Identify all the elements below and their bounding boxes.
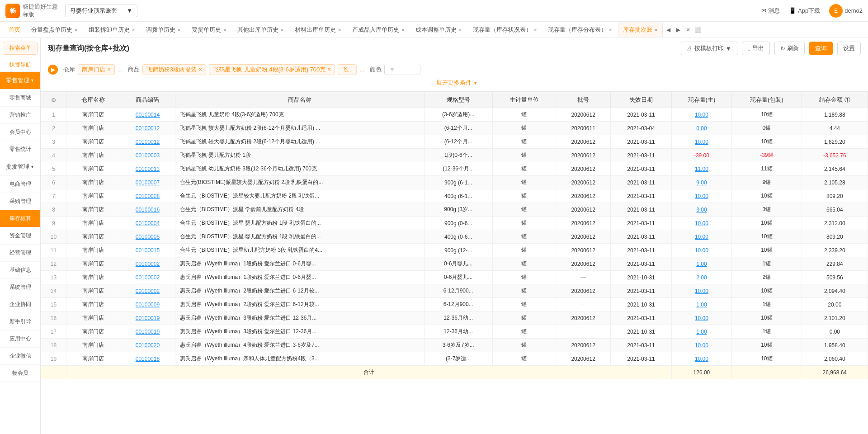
sidebar-item-guide[interactable]: 新手引导 bbox=[0, 313, 40, 330]
tab-close-all[interactable]: ✕ bbox=[684, 25, 693, 34]
goods-more[interactable]: ... bbox=[359, 66, 364, 73]
row-qty[interactable]: 9.00 bbox=[671, 176, 731, 189]
tab-xiancunliang-fenbiao[interactable]: 现存量（库存分布表） ✕ bbox=[543, 23, 617, 37]
tab-close-2[interactable]: ✕ bbox=[132, 28, 135, 33]
tab-close-6[interactable]: ✕ bbox=[338, 28, 341, 33]
goods-tag-2-close[interactable]: ✕ bbox=[327, 67, 331, 72]
row-code[interactable]: 00100002 bbox=[120, 257, 175, 271]
row-qty[interactable]: 10.00 bbox=[671, 352, 731, 366]
row-code[interactable]: 00100016 bbox=[120, 203, 175, 217]
sidebar-item-enterprise[interactable]: 企业协同 bbox=[0, 296, 40, 313]
row-qty[interactable]: 10.00 bbox=[671, 135, 731, 149]
print-button[interactable]: 🖨 按模板打印 ▼ bbox=[681, 42, 737, 55]
quick-nav-button[interactable]: 快捷导航 bbox=[0, 58, 40, 72]
tab-close-4[interactable]: ✕ bbox=[223, 28, 226, 33]
row-qty[interactable]: 1.00 bbox=[671, 325, 731, 339]
tab-qitachuku[interactable]: 其他出库单历史 ✕ bbox=[232, 23, 289, 37]
message-button[interactable]: ✉ 消息 bbox=[761, 7, 780, 15]
row-qty[interactable]: 10.00 bbox=[671, 311, 731, 325]
row-qty[interactable]: 10.00 bbox=[671, 230, 731, 244]
sidebar-item-inventory[interactable]: 库存核算 bbox=[0, 210, 40, 227]
tab-xiancunliang-kucun[interactable]: 现存量（库存状况表） ✕ bbox=[468, 23, 542, 37]
row-qty[interactable]: 2.00 bbox=[671, 271, 731, 284]
color-dropdown[interactable]: ▼ bbox=[384, 64, 420, 75]
tab-close-10[interactable]: ✕ bbox=[609, 28, 612, 33]
app-download-button[interactable]: 📱 App下载 bbox=[789, 7, 820, 15]
tab-pici-active[interactable]: 库存批次账 ✕ bbox=[618, 23, 663, 37]
tab-chengbentiaozhengli[interactable]: 成本调整单历史 ✕ bbox=[410, 23, 467, 37]
tab-cailiaochuku[interactable]: 材料出库单历史 ✕ bbox=[290, 23, 346, 37]
goods-tag-more[interactable]: 飞... bbox=[338, 64, 357, 75]
tab-close-8[interactable]: ✕ bbox=[458, 28, 462, 33]
filter-collapse-arrow[interactable]: ▶ bbox=[48, 65, 58, 75]
sidebar-item-retail-stats[interactable]: 零售统计 bbox=[0, 141, 40, 158]
tab-home[interactable]: 首页 bbox=[4, 23, 25, 37]
tab-fenliangpandian[interactable]: 分量盘点单历史 ✕ bbox=[26, 23, 83, 37]
tab-maximize[interactable]: ⬜ bbox=[693, 25, 703, 34]
row-code[interactable]: 00100018 bbox=[120, 352, 175, 366]
row-code[interactable]: 00100008 bbox=[120, 189, 175, 203]
row-qty[interactable]: -39.00 bbox=[671, 149, 731, 162]
row-qty[interactable]: 3.00 bbox=[671, 203, 731, 217]
tab-zuzhangchaijian[interactable]: 组装拆卸单历史 ✕ bbox=[84, 23, 140, 37]
row-qty[interactable]: 11.00 bbox=[671, 162, 731, 176]
row-code[interactable]: 00100014 bbox=[120, 108, 175, 122]
expand-more-conditions[interactable]: ≡ 展开更多条件 ▼ bbox=[431, 79, 478, 87]
row-code[interactable]: 00100019 bbox=[120, 325, 175, 339]
row-code[interactable]: 00100020 bbox=[120, 339, 175, 352]
sidebar-item-member-center[interactable]: 会员中心 bbox=[0, 124, 40, 141]
row-qty[interactable]: 10.00 bbox=[671, 339, 731, 352]
search-menu-button[interactable]: 搜索菜单 bbox=[3, 42, 38, 55]
sidebar-item-retail-management[interactable]: 零售管理 ▼ bbox=[0, 72, 40, 90]
tab-yaohuo[interactable]: 要货单历史 ✕ bbox=[187, 23, 231, 37]
row-qty[interactable]: 1.00 bbox=[671, 298, 731, 311]
user-profile[interactable]: E demo2 bbox=[829, 4, 863, 18]
row-qty[interactable]: 10.00 bbox=[671, 189, 731, 203]
row-code[interactable]: 00100004 bbox=[120, 217, 175, 230]
refresh-button[interactable]: ↻ 刷新 bbox=[774, 42, 805, 55]
sidebar-item-basic-info[interactable]: 基础信息 bbox=[0, 262, 40, 279]
warehouse-tag-nananyuan[interactable]: 南岸门店 ✕ bbox=[78, 64, 115, 75]
tab-close-1[interactable]: ✕ bbox=[74, 28, 78, 33]
sidebar-item-operations[interactable]: 经营管理 bbox=[0, 245, 40, 262]
row-code[interactable]: 00100009 bbox=[120, 298, 175, 311]
export-button[interactable]: ↓ 导出 bbox=[742, 42, 770, 55]
industry-selector[interactable]: 母婴行业演示账套 ▼ bbox=[65, 5, 137, 17]
row-qty[interactable]: 1.00 bbox=[671, 257, 731, 271]
goods-tag-1[interactable]: 飞鹤奶粉3段两提装 ✕ bbox=[142, 64, 206, 75]
row-qty[interactable]: 10.00 bbox=[671, 244, 731, 257]
row-qty[interactable]: 0.00 bbox=[671, 122, 731, 135]
sidebar-item-wechat[interactable]: 企业微信 bbox=[0, 348, 40, 365]
tab-close-3[interactable]: ✕ bbox=[177, 28, 181, 33]
row-qty[interactable]: 10.00 bbox=[671, 217, 731, 230]
row-qty[interactable]: 10.00 bbox=[671, 108, 731, 122]
tab-scroll-left[interactable]: ◀ bbox=[664, 25, 673, 34]
col-settings[interactable]: ⚙ bbox=[41, 92, 66, 108]
query-button[interactable]: 查询 bbox=[809, 42, 833, 55]
goods-tag-1-close[interactable]: ✕ bbox=[198, 67, 202, 72]
row-code[interactable]: 00100007 bbox=[120, 176, 175, 189]
row-code[interactable]: 00100012 bbox=[120, 122, 175, 135]
row-code[interactable]: 00100002 bbox=[120, 271, 175, 284]
sidebar-item-wholesale[interactable]: 批发管理 ▼ bbox=[0, 158, 40, 176]
goods-tag-2[interactable]: 飞鹤星飞帆 儿童奶粉 4段(3-6岁适用) 700克 ✕ bbox=[209, 64, 335, 75]
sidebar-item-system[interactable]: 系统管理 bbox=[0, 279, 40, 296]
settings-button[interactable]: 设置 bbox=[837, 42, 861, 55]
tab-close-11[interactable]: ✕ bbox=[654, 28, 658, 33]
sidebar-item-purchase[interactable]: 采购管理 bbox=[0, 193, 40, 210]
tab-chanchengpinruku[interactable]: 产成品入库单历史 ✕ bbox=[347, 23, 410, 37]
row-code[interactable]: 00100005 bbox=[120, 230, 175, 244]
sidebar-item-retail-mall[interactable]: 零售商城 bbox=[0, 90, 40, 107]
row-qty[interactable]: 10.00 bbox=[671, 284, 731, 298]
warehouse-tag-close[interactable]: ✕ bbox=[107, 67, 111, 72]
sidebar-item-member[interactable]: 畅会员 bbox=[0, 365, 40, 382]
tab-tiaobo[interactable]: 调拨单历史 ✕ bbox=[141, 23, 186, 37]
tab-close-9[interactable]: ✕ bbox=[533, 28, 537, 33]
row-code[interactable]: 00100019 bbox=[120, 311, 175, 325]
sidebar-item-ecommerce[interactable]: 电商管理 bbox=[0, 176, 40, 193]
row-code[interactable]: 00100002 bbox=[120, 284, 175, 298]
row-code[interactable]: 00100003 bbox=[120, 149, 175, 162]
sidebar-item-finance[interactable]: 资金管理 bbox=[0, 227, 40, 245]
warehouse-more[interactable]: ... bbox=[118, 66, 123, 73]
row-code[interactable]: 00100013 bbox=[120, 162, 175, 176]
